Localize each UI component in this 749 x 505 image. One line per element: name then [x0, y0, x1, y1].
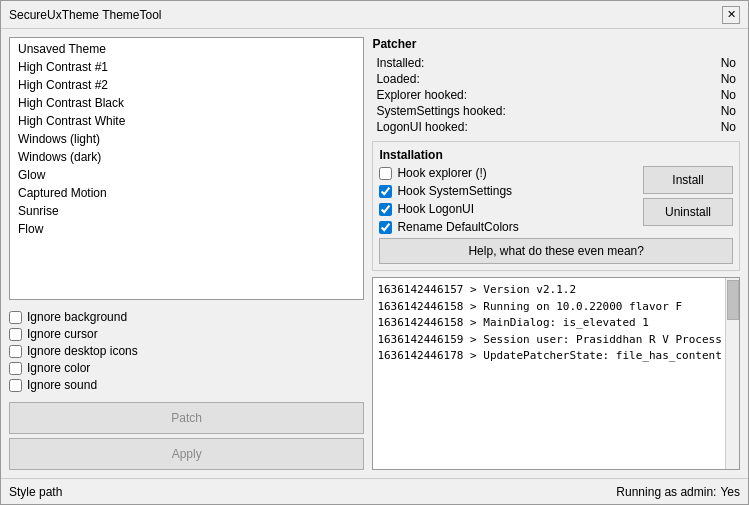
theme-item[interactable]: Windows (light): [12, 130, 361, 148]
uninstall-button[interactable]: Uninstall: [643, 198, 733, 226]
ignore-color-label: Ignore color: [27, 361, 90, 375]
theme-item[interactable]: Unsaved Theme: [12, 40, 361, 58]
patcher-row-value: No: [721, 72, 736, 86]
theme-item[interactable]: Glow: [12, 166, 361, 184]
patcher-row-label: SystemSettings hooked:: [376, 104, 505, 118]
ignore-color-checkbox[interactable]: [9, 362, 22, 375]
patch-button[interactable]: Patch: [9, 402, 364, 434]
install-checkbox-label: Hook SystemSettings: [397, 184, 512, 198]
theme-item[interactable]: Captured Motion: [12, 184, 361, 202]
left-panel: Unsaved ThemeHigh Contrast #1High Contra…: [9, 37, 364, 470]
patcher-info-row: SystemSettings hooked:No: [372, 103, 740, 119]
theme-item[interactable]: High Contrast #1: [12, 58, 361, 76]
patcher-row-label: LogonUI hooked:: [376, 120, 467, 134]
scrollbar-thumb: [727, 280, 739, 320]
install-checkbox[interactable]: [379, 203, 392, 216]
ignore-cursor-checkbox[interactable]: [9, 328, 22, 341]
install-checkbox-label: Rename DefaultColors: [397, 220, 518, 234]
ignore-background-label: Ignore background: [27, 310, 127, 324]
patcher-info-row: Loaded:No: [372, 71, 740, 87]
patcher-row-value: No: [721, 120, 736, 134]
admin-row: Running as admin: Yes: [616, 485, 740, 499]
install-checkbox[interactable]: [379, 221, 392, 234]
install-checkbox-row: Hook LogonUI: [379, 202, 518, 216]
install-checkbox[interactable]: [379, 167, 392, 180]
log-line: 1636142446158 > Running on 10.0.22000 fl…: [377, 299, 735, 316]
theme-item[interactable]: High Contrast Black: [12, 94, 361, 112]
log-line: 1636142446159 > Session user: Prasiddhan…: [377, 332, 735, 349]
theme-item[interactable]: Windows (dark): [12, 148, 361, 166]
theme-list[interactable]: Unsaved ThemeHigh Contrast #1High Contra…: [9, 37, 364, 300]
patcher-section: Patcher Installed:NoLoaded:NoExplorer ho…: [372, 37, 740, 135]
patcher-rows: Installed:NoLoaded:NoExplorer hooked:NoS…: [372, 55, 740, 135]
window-title: SecureUxTheme ThemeTool: [9, 8, 162, 22]
install-checkbox-label: Hook explorer (!): [397, 166, 486, 180]
right-panel: Patcher Installed:NoLoaded:NoExplorer ho…: [372, 37, 740, 470]
ignore-sound-row: Ignore sound: [9, 378, 364, 392]
ignore-sound-checkbox[interactable]: [9, 379, 22, 392]
scrollbar[interactable]: [725, 278, 739, 469]
ignore-background-checkbox[interactable]: [9, 311, 22, 324]
install-row: Hook explorer (!)Hook SystemSettingsHook…: [379, 166, 733, 234]
log-line: 1636142446178 > UpdatePatcherState: file…: [377, 348, 735, 365]
style-path-bar: Style path Running as admin: Yes: [1, 478, 748, 504]
patcher-info-row: LogonUI hooked:No: [372, 119, 740, 135]
patcher-row-label: Installed:: [376, 56, 424, 70]
theme-item[interactable]: High Contrast #2: [12, 76, 361, 94]
log-box: 1636142446157 > Version v2.1.21636142446…: [372, 277, 740, 470]
ignore-sound-label: Ignore sound: [27, 378, 97, 392]
help-button[interactable]: Help, what do these even mean?: [379, 238, 733, 264]
log-line: 1636142446157 > Version v2.1.2: [377, 282, 735, 299]
theme-item[interactable]: High Contrast White: [12, 112, 361, 130]
title-bar: SecureUxTheme ThemeTool ✕: [1, 1, 748, 29]
install-checkbox-label: Hook LogonUI: [397, 202, 474, 216]
ignore-cursor-label: Ignore cursor: [27, 327, 98, 341]
admin-value: Yes: [720, 485, 740, 499]
patch-apply-section: Patch Apply: [9, 402, 364, 470]
patcher-label: Patcher: [372, 37, 740, 51]
install-checkbox-row: Hook explorer (!): [379, 166, 518, 180]
main-content: Unsaved ThemeHigh Contrast #1High Contra…: [1, 29, 748, 478]
ignore-desktop-icons-checkbox[interactable]: [9, 345, 22, 358]
admin-label: Running as admin:: [616, 485, 716, 499]
install-checkbox-row: Hook SystemSettings: [379, 184, 518, 198]
patcher-row-label: Explorer hooked:: [376, 88, 467, 102]
install-checkbox-row: Rename DefaultColors: [379, 220, 518, 234]
ignore-desktop-icons-row: Ignore desktop icons: [9, 344, 364, 358]
patcher-row-value: No: [721, 56, 736, 70]
patcher-info-row: Explorer hooked:No: [372, 87, 740, 103]
patcher-row-label: Loaded:: [376, 72, 419, 86]
installation-section: Installation Hook explorer (!)Hook Syste…: [372, 141, 740, 271]
install-checkbox[interactable]: [379, 185, 392, 198]
patcher-row-value: No: [721, 104, 736, 118]
main-window: SecureUxTheme ThemeTool ✕ Unsaved ThemeH…: [0, 0, 749, 505]
theme-item[interactable]: Sunrise: [12, 202, 361, 220]
ignore-options: Ignore background Ignore cursor Ignore d…: [9, 306, 364, 396]
close-button[interactable]: ✕: [722, 6, 740, 24]
patcher-row-value: No: [721, 88, 736, 102]
ignore-color-row: Ignore color: [9, 361, 364, 375]
install-buttons: Install Uninstall: [643, 166, 733, 226]
install-checkboxes: Hook explorer (!)Hook SystemSettingsHook…: [379, 166, 518, 234]
ignore-desktop-icons-label: Ignore desktop icons: [27, 344, 138, 358]
installation-label: Installation: [379, 148, 733, 162]
patcher-info-row: Installed:No: [372, 55, 740, 71]
ignore-cursor-row: Ignore cursor: [9, 327, 364, 341]
log-line: 1636142446158 > MainDialog: is_elevated …: [377, 315, 735, 332]
style-path-label: Style path: [9, 485, 62, 499]
install-button[interactable]: Install: [643, 166, 733, 194]
apply-button[interactable]: Apply: [9, 438, 364, 470]
ignore-background-row: Ignore background: [9, 310, 364, 324]
theme-item[interactable]: Flow: [12, 220, 361, 238]
